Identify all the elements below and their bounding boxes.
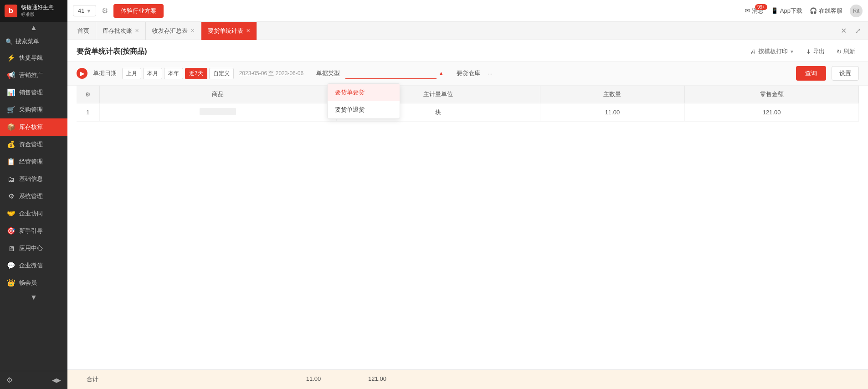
type-filter-arrow[interactable]: ▲ <box>438 70 444 77</box>
basics-icon: 🗂 <box>6 175 15 183</box>
sidebar-item-label: 企业微信 <box>19 261 43 270</box>
refresh-button[interactable]: ↻ 刷新 <box>833 46 859 57</box>
tab-expand[interactable]: ⤢ <box>851 26 864 35</box>
tab-receive-summary[interactable]: 收发存汇总表 ✕ <box>146 22 201 40</box>
filter-expand-button[interactable]: ▶ <box>77 68 87 79</box>
table-footer: 合计 11.00 121.00 <box>67 369 868 389</box>
col-product: 商品 <box>99 86 337 103</box>
tab-home[interactable]: 首页 <box>71 22 96 40</box>
sidebar-item-wechat[interactable]: 💬 企业微信 <box>0 257 67 274</box>
logo-icon: b <box>5 5 17 17</box>
table-container: ⚙ 商品 主计量单位 主数量 零售金额 1 块 11.00 <box>67 86 868 369</box>
tab-order-stats-close[interactable]: ✕ <box>246 28 250 34</box>
quick-nav-icon: ⚡ <box>6 54 15 62</box>
app-download-item[interactable]: 📱 App下载 <box>771 7 802 15</box>
member-icon: 👑 <box>6 279 15 287</box>
sidebar-toggle-icon[interactable]: ◀▶ <box>52 377 61 384</box>
type-filter-input[interactable] <box>345 68 437 79</box>
date-range-display: 2023-05-06 至 2023-06-06 <box>239 70 303 77</box>
app-download-label: App下载 <box>780 7 802 15</box>
store-selector[interactable]: 41 ▼ <box>73 5 96 16</box>
sidebar-scroll-down[interactable]: ▼ <box>0 292 67 303</box>
messages-item[interactable]: ✉ 消息 99+ <box>745 7 764 15</box>
sidebar-item-system[interactable]: ⚙ 系统管理 <box>0 188 67 205</box>
settings-button[interactable]: 设置 <box>832 66 859 81</box>
sidebar-item-guide[interactable]: 🎯 新手引导 <box>0 222 67 240</box>
sidebar-item-basics[interactable]: 🗂 基础信息 <box>0 170 67 188</box>
sidebar-item-label: 采购管理 <box>19 106 43 114</box>
operations-icon: 📋 <box>6 158 15 166</box>
print-label: 按模板打印 <box>758 47 788 56</box>
sidebar-item-marketing[interactable]: 📢 营销推广 <box>0 67 67 84</box>
online-service-icon: 🎧 <box>810 7 817 14</box>
tab-receive-summary-label: 收发存汇总表 <box>152 27 188 35</box>
sidebar-item-purchase[interactable]: 🛒 采购管理 <box>0 101 67 118</box>
header-settings-icon[interactable]: ⚙ <box>100 5 110 17</box>
sidebar-item-label: 经营管理 <box>19 158 43 166</box>
sidebar-item-label: 快捷导航 <box>19 54 43 62</box>
tab-close-all[interactable]: ✕ <box>836 26 851 35</box>
date-btn-this-month[interactable]: 本月 <box>143 68 162 79</box>
warehouse-filter-label: 要货仓库 <box>457 69 480 77</box>
sidebar-item-label: 新手引导 <box>19 227 43 235</box>
sidebar-settings-icon[interactable]: ⚙ <box>6 376 13 384</box>
sidebar-item-inventory[interactable]: 📦 库存核算 <box>0 118 67 136</box>
sidebar-search[interactable]: 🔍 搜索菜单 <box>0 34 67 49</box>
date-btn-last-month[interactable]: 上月 <box>122 68 141 79</box>
sidebar-item-finance[interactable]: 💰 资金管理 <box>0 136 67 153</box>
search-icon: 🔍 <box>5 38 13 45</box>
page-title: 要货单统计表(按商品) <box>77 47 147 56</box>
filter-bar: ▶ 单据日期 上月 本月 本年 近7天 自定义 2023-05-06 至 202… <box>67 61 868 86</box>
tab-home-label: 首页 <box>77 27 89 35</box>
trial-button[interactable]: 体验行业方案 <box>113 4 164 18</box>
inventory-icon: 📦 <box>6 123 15 131</box>
sidebar-item-member[interactable]: 👑 畅会员 <box>0 274 67 292</box>
header-right: ✉ 消息 99+ 📱 App下载 🎧 在线客服 Rit <box>745 5 863 17</box>
tab-receive-summary-close[interactable]: ✕ <box>190 28 195 34</box>
tab-inventory-batch[interactable]: 库存批次账 ✕ <box>96 22 146 40</box>
tab-order-stats-label: 要货单统计表 <box>208 27 243 35</box>
warehouse-filter-dots[interactable]: ··· <box>488 70 493 77</box>
wechat-icon: 💬 <box>6 261 15 270</box>
brand-sub: 标准版 <box>21 11 54 18</box>
sidebar-item-label: 销售管理 <box>19 88 43 97</box>
sidebar: b 畅捷通好生意 标准版 ▲ 🔍 搜索菜单 ⚡ 快捷导航 📢 营销推广 📊 销售… <box>0 0 67 389</box>
sidebar-item-label: 畅会员 <box>19 279 37 287</box>
date-btn-this-year[interactable]: 本年 <box>164 68 183 79</box>
query-button[interactable]: 查询 <box>796 66 826 81</box>
content-area: 要货单统计表(按商品) 🖨 按模板打印 ▼ ⬇ 导出 ↻ 刷新 ▶ <box>67 40 868 389</box>
print-button[interactable]: 🖨 按模板打印 ▼ <box>747 46 798 57</box>
header-left: 41 ▼ ⚙ 体验行业方案 <box>73 4 740 18</box>
user-avatar[interactable]: Rit <box>850 5 863 17</box>
online-service-item[interactable]: 🎧 在线客服 <box>810 7 842 15</box>
date-filter-label: 单据日期 <box>93 69 117 77</box>
app-logo: b 畅捷通好生意 标准版 <box>0 0 67 22</box>
message-icon: ✉ <box>745 7 750 14</box>
sidebar-scroll-up[interactable]: ▲ <box>0 22 67 34</box>
data-table: ⚙ 商品 主计量单位 主数量 零售金额 1 块 11.00 <box>77 86 859 122</box>
top-header: 41 ▼ ⚙ 体验行业方案 ✉ 消息 99+ 📱 App下载 🎧 在线客服 Ri… <box>67 0 868 22</box>
sidebar-item-appstore[interactable]: 🖥 应用中心 <box>0 240 67 257</box>
sidebar-item-quick-nav[interactable]: ⚡ 快捷导航 <box>0 49 67 67</box>
app-download-icon: 📱 <box>771 7 778 14</box>
brand-name: 畅捷通好生意 <box>21 4 54 11</box>
tab-inventory-batch-close[interactable]: ✕ <box>135 28 139 34</box>
main-area: 41 ▼ ⚙ 体验行业方案 ✉ 消息 99+ 📱 App下载 🎧 在线客服 Ri… <box>67 0 868 389</box>
export-button[interactable]: ⬇ 导出 <box>802 46 828 57</box>
col-qty: 主数量 <box>540 86 684 103</box>
tab-order-stats[interactable]: 要货单统计表 ✕ <box>201 22 257 40</box>
dropdown-option-order-goods[interactable]: 要货单要货 <box>328 84 400 101</box>
sidebar-item-operations[interactable]: 📋 经营管理 <box>0 153 67 170</box>
dropdown-option-order-return[interactable]: 要货单退货 <box>328 101 400 118</box>
finance-icon: 💰 <box>6 140 15 148</box>
sidebar-item-sales[interactable]: 📊 销售管理 <box>0 84 67 101</box>
type-filter-label: 单据类型 <box>316 69 340 77</box>
store-number: 41 <box>78 7 84 14</box>
date-btn-last-7-days[interactable]: 近7天 <box>185 68 207 79</box>
sidebar-item-label: 应用中心 <box>19 244 43 252</box>
sidebar-item-enterprise[interactable]: 🤝 企业协同 <box>0 205 67 222</box>
footer-amount: 121.00 <box>354 375 400 384</box>
date-btn-custom[interactable]: 自定义 <box>209 68 234 79</box>
table-row: 1 块 11.00 121.00 <box>77 103 859 122</box>
refresh-icon: ↻ <box>837 48 842 55</box>
